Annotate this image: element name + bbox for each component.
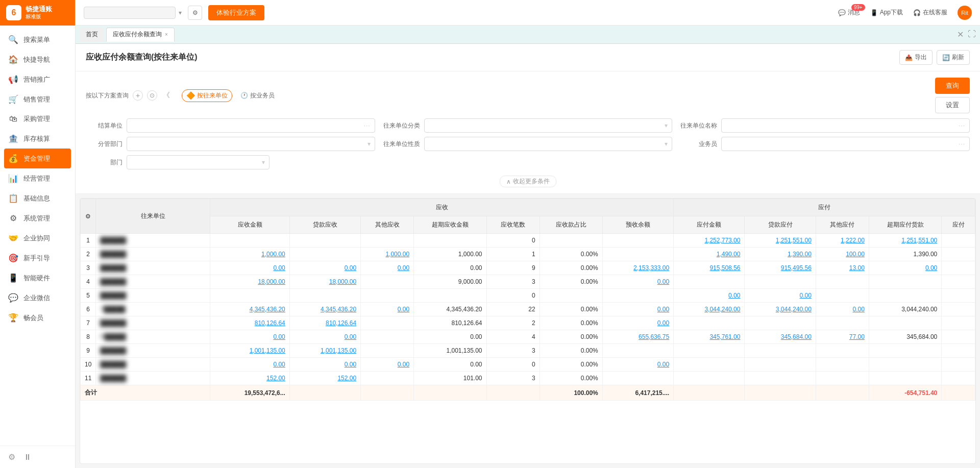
settings-button[interactable]: ⚙ bbox=[188, 6, 202, 20]
row-recv-amount[interactable]: 152.00 bbox=[210, 372, 289, 385]
row-pay-loan[interactable]: 1,390.00 bbox=[745, 248, 816, 261]
row-pay-loan[interactable]: 3,044,240.00 bbox=[745, 303, 816, 316]
row-recv-loan[interactable]: 18,000.00 bbox=[289, 275, 360, 289]
sidebar-item-purchase[interactable]: 🛍 采购管理 bbox=[0, 109, 75, 129]
row-recv-prepay[interactable]: 0.00 bbox=[602, 358, 673, 372]
row-recv-loan[interactable]: 0.00 bbox=[289, 330, 360, 344]
row-pay-amount[interactable]: 3,044,240.00 bbox=[674, 303, 745, 316]
sidebar-item-sales[interactable]: 🛒 销售管理 bbox=[0, 89, 75, 109]
sidebar-collapse-icon[interactable]: ⏸ bbox=[23, 453, 32, 462]
row-pay-other[interactable]: 100.00 bbox=[816, 248, 869, 261]
row-pay-overdue[interactable]: 1,251,551.00 bbox=[869, 234, 941, 248]
col-settings[interactable]: ⚙ bbox=[81, 199, 96, 234]
sidebar-item-operations[interactable]: 📊 经营管理 bbox=[0, 168, 75, 188]
breadcrumb-input[interactable] bbox=[84, 7, 176, 19]
sidebar-item-weixin[interactable]: 💬 企业微信 bbox=[0, 288, 75, 308]
row-pay-other[interactable]: 77.00 bbox=[816, 330, 869, 344]
row-recv-amount[interactable]: 0.00 bbox=[210, 358, 289, 372]
row-recv-amount[interactable]: 0.00 bbox=[210, 330, 289, 344]
row-pay-loan[interactable]: 1,251,551.00 bbox=[745, 234, 816, 248]
sidebar-item-inventory[interactable]: 🏦 库存核算 bbox=[0, 129, 75, 149]
row-recv-other[interactable]: 0.00 bbox=[361, 303, 414, 316]
filter-partner-nature-input[interactable]: ▾ bbox=[424, 137, 673, 151]
filter-main-dept-input[interactable]: ▾ bbox=[127, 155, 270, 169]
filter-partner-type-input[interactable]: ▾ bbox=[424, 118, 673, 133]
sidebar-item-system[interactable]: ⚙ 系统管理 bbox=[0, 208, 75, 228]
message-button[interactable]: 💬 消息 99+ bbox=[838, 8, 860, 17]
row-recv-prepay[interactable]: 0.00 bbox=[602, 316, 673, 330]
row-recv-loan[interactable]: 0.00 bbox=[289, 358, 360, 372]
row-pay-amount[interactable]: 915,508.56 bbox=[674, 261, 745, 275]
sidebar-item-hardware[interactable]: 📱 智能硬件 bbox=[0, 268, 75, 288]
row-partner: ██████ bbox=[96, 275, 210, 289]
row-pay-amount[interactable]: 1,252,773.00 bbox=[674, 234, 745, 248]
service-button[interactable]: 🎧 在线客服 bbox=[913, 8, 947, 17]
row-pay-loan[interactable]: 345,684.00 bbox=[745, 330, 816, 344]
app-download-button[interactable]: 📱 App下载 bbox=[870, 8, 903, 17]
row-recv-other[interactable]: 0.00 bbox=[361, 358, 414, 372]
row-pay-amount[interactable]: 345,761.00 bbox=[674, 330, 745, 344]
maximize-window-icon[interactable]: ⛶ bbox=[968, 30, 976, 39]
row-recv-prepay[interactable]: 0.00 bbox=[602, 303, 673, 316]
row-recv-amount[interactable]: 4,345,436.20 bbox=[210, 303, 289, 316]
tab-receivable[interactable]: 应收应付余额查询 × bbox=[106, 28, 175, 42]
sidebar-item-member[interactable]: 🏆 畅会员 bbox=[0, 308, 75, 328]
query-button[interactable]: 查询 bbox=[935, 78, 970, 94]
filter-add-button[interactable]: + bbox=[133, 90, 143, 101]
sidebar-item-finance[interactable]: 💰 资金管理 bbox=[4, 149, 71, 168]
row-recv-prepay bbox=[602, 248, 673, 261]
row-recv-loan[interactable]: 4,345,436.20 bbox=[289, 303, 360, 316]
filter-dept-input[interactable]: ▾ bbox=[127, 137, 375, 151]
footer-label: 合计 bbox=[81, 385, 210, 401]
row-pay-overdue[interactable]: 0.00 bbox=[869, 261, 941, 275]
export-button[interactable]: 📤 导出 bbox=[899, 50, 933, 65]
row-recv-loan[interactable]: 152.00 bbox=[289, 372, 360, 385]
row-recv-other[interactable]: 0.00 bbox=[361, 261, 414, 275]
sidebar-item-nav[interactable]: 🏠 快捷导航 bbox=[0, 50, 75, 69]
collapse-button[interactable]: ∧ 收起更多条件 bbox=[500, 176, 556, 187]
row-pay-amount[interactable]: 0.00 bbox=[674, 289, 745, 303]
sidebar-item-marketing[interactable]: 📢 营销推广 bbox=[0, 69, 75, 89]
filter-partner-name-input[interactable]: ··· bbox=[721, 118, 970, 133]
row-recv-loan[interactable]: 0.00 bbox=[289, 261, 360, 275]
row-recv-loan[interactable]: 810,126.64 bbox=[289, 316, 360, 330]
row-recv-prepay[interactable]: 2,153,333.00 bbox=[602, 261, 673, 275]
user-avatar: Rit bbox=[958, 6, 972, 20]
row-pay-other[interactable]: 13.00 bbox=[816, 261, 869, 275]
row-pay-other[interactable]: 0.00 bbox=[816, 303, 869, 316]
row-pay-loan[interactable]: 0.00 bbox=[745, 289, 816, 303]
close-window-icon[interactable]: ✕ bbox=[957, 30, 964, 39]
row-recv-prepay[interactable]: 0.00 bbox=[602, 275, 673, 289]
filter-settings-button[interactable]: ⊙ bbox=[147, 90, 157, 101]
filter-main-dept: 部门 ▾ bbox=[86, 155, 270, 169]
row-recv-amount[interactable]: 1,001,135.00 bbox=[210, 344, 289, 358]
sidebar-item-collab[interactable]: 🤝 企业协同 bbox=[0, 228, 75, 248]
sidebar-item-basic[interactable]: 📋 基础信息 bbox=[0, 188, 75, 208]
refresh-button[interactable]: 🔄 刷新 bbox=[937, 50, 970, 65]
sidebar-item-guide[interactable]: 🎯 新手引导 bbox=[0, 248, 75, 268]
row-recv-prepay[interactable]: 655,636.75 bbox=[602, 330, 673, 344]
tab-home[interactable]: 首页 bbox=[80, 28, 104, 42]
filter-settlement-input[interactable]: ··· bbox=[127, 118, 375, 133]
row-recv-other[interactable]: 1,000.00 bbox=[361, 248, 414, 261]
row-pay-loan[interactable]: 915,495.56 bbox=[745, 261, 816, 275]
scheme-salesman[interactable]: 🕐 按业务员 bbox=[236, 90, 279, 102]
table-settings-icon[interactable]: ⚙ bbox=[85, 213, 91, 220]
tab-close-icon[interactable]: × bbox=[165, 32, 168, 37]
row-pay-other[interactable]: 1,222.00 bbox=[816, 234, 869, 248]
scheme-partner[interactable]: 🔶 按往来单位 bbox=[182, 89, 232, 102]
row-recv-amount[interactable]: 1,000.00 bbox=[210, 248, 289, 261]
sidebar-settings-icon[interactable]: ⚙ bbox=[8, 452, 15, 462]
col-pay-overdue: 超期应付货款 bbox=[869, 216, 941, 234]
row-recv-amount[interactable]: 0.00 bbox=[210, 261, 289, 275]
sidebar-item-search[interactable]: 🔍 搜索菜单 bbox=[0, 30, 75, 50]
user-area[interactable]: Rit bbox=[958, 6, 972, 20]
filter-collapse-button[interactable]: 《 bbox=[161, 90, 172, 101]
row-recv-loan[interactable]: 1,001,135.00 bbox=[289, 344, 360, 358]
filter-salesman-input[interactable]: ··· bbox=[721, 137, 970, 151]
row-pay-amount[interactable]: 1,490.00 bbox=[674, 248, 745, 261]
row-recv-amount[interactable]: 18,000.00 bbox=[210, 275, 289, 289]
setting-button[interactable]: 设置 bbox=[935, 97, 970, 113]
industry-btn[interactable]: 体验行业方案 bbox=[208, 5, 264, 20]
row-recv-amount[interactable]: 810,126.64 bbox=[210, 316, 289, 330]
